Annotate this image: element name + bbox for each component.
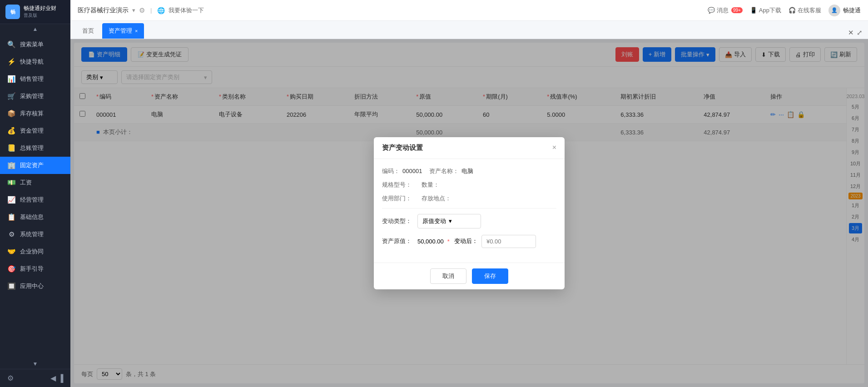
sidebar-item-purchase[interactable]: 🛒 采购管理 xyxy=(0,88,70,105)
online-service-label: 在线客服 xyxy=(798,6,821,15)
experience-text[interactable]: 我要体验一下 xyxy=(169,6,204,15)
tab-asset-management[interactable]: 资产管理 × xyxy=(102,23,144,39)
sidebar-item-system[interactable]: ⚙ 系统管理 xyxy=(0,226,70,243)
modal-name-label: 资产名称： xyxy=(429,167,459,175)
company-name: 医疗器械行业演示 xyxy=(78,6,129,15)
scroll-down-icon: ▼ xyxy=(33,361,38,367)
sidebar-item-inventory[interactable]: 📦 库存核算 xyxy=(0,105,70,122)
modal-value-row: 资产原值： 50,000.00 * 变动后： xyxy=(382,235,556,248)
modal-change-type-select[interactable]: 原值变动 ▾ xyxy=(417,214,481,228)
sidebar-item-quicknav[interactable]: ⚡ 快捷导航 xyxy=(0,53,70,70)
quicknav-icon: ⚡ xyxy=(7,58,15,66)
sidebar-label-guide: 新手引导 xyxy=(20,265,44,273)
user-info[interactable]: 👤 畅捷通 xyxy=(828,5,861,16)
modal-after-label: 变动后： xyxy=(454,237,478,245)
topbar-icons: 💬 消息 99+ 📱 App下载 🎧 在线客服 👤 畅捷通 xyxy=(708,5,861,16)
online-service-btn[interactable]: 🎧 在线客服 xyxy=(789,6,821,15)
sidebar-item-operations[interactable]: 📈 经营管理 xyxy=(0,191,70,208)
sidebar-item-payroll[interactable]: 💵 工资 xyxy=(0,174,70,191)
sidebar-label-apps: 应用中心 xyxy=(20,282,44,290)
modal-quantity-label: 数量： xyxy=(422,181,439,189)
modal-info-row-2: 规格型号： 数量： xyxy=(382,181,556,189)
modal-info-row-1: 编码： 000001 资产名称： 电脑 xyxy=(382,167,556,175)
cancel-button[interactable]: 取消 xyxy=(430,268,466,284)
modal-change-type-label: 变动类型： xyxy=(382,217,414,225)
sidebar-label-enterprise: 企业协同 xyxy=(20,248,44,256)
scroll-up-icon: ▲ xyxy=(33,26,38,32)
system-icon: ⚙ xyxy=(7,230,15,238)
capital-icon: 💰 xyxy=(7,127,15,135)
modal-after-group: * 变动后： xyxy=(447,235,556,248)
sidebar-label-quicknav: 快捷导航 xyxy=(20,58,44,66)
modal-body: 编码： 000001 资产名称： 电脑 规格型号： xyxy=(374,159,565,263)
save-button[interactable]: 保存 xyxy=(472,268,508,284)
inventory-icon: 📦 xyxy=(7,109,15,118)
payroll-icon: 💵 xyxy=(7,179,15,187)
sidebar-label-sales: 销售管理 xyxy=(20,75,44,83)
download-icon: 📱 xyxy=(750,7,757,14)
required-star: * xyxy=(447,238,450,245)
sidebar: 畅 畅捷通好业财 普及版 ▲ 🔍 搜索菜单 ⚡ 快捷导航 📊 销售管理 🛒 采购… xyxy=(0,0,70,387)
scroll-down-btn[interactable]: ▼ xyxy=(0,359,70,369)
sidebar-label-operations: 经营管理 xyxy=(20,196,44,204)
sidebar-item-basic[interactable]: 📋 基础信息 xyxy=(0,208,70,226)
modal-close-btn[interactable]: × xyxy=(552,144,556,152)
sidebar-item-ledger[interactable]: 📒 总账管理 xyxy=(0,139,70,157)
modal-quantity-item: 数量： xyxy=(422,181,442,189)
company-dropdown-icon[interactable]: ▾ xyxy=(132,7,135,14)
app-download-label: App下载 xyxy=(759,6,781,15)
fixed-icon: 🏢 xyxy=(7,161,15,169)
tab-window-expand-icon[interactable]: ⤢ xyxy=(857,29,863,37)
modal-overlay[interactable]: 资产变动设置 × 编码： 000001 资产名称： 电脑 xyxy=(70,39,868,387)
modal-original-value: 50,000.00 xyxy=(417,238,444,245)
tab-close-icon[interactable]: × xyxy=(135,28,138,34)
logo-icon: 畅 xyxy=(5,5,20,19)
home-tab-label: 首页 xyxy=(82,27,94,35)
basic-icon: 📋 xyxy=(7,213,15,221)
operations-icon: 📈 xyxy=(7,196,15,204)
scroll-up-btn[interactable]: ▲ xyxy=(0,24,70,34)
sidebar-label-capital: 资金管理 xyxy=(20,127,44,135)
change-type-dropdown-icon: ▾ xyxy=(449,218,452,224)
tab-window-close-icon[interactable]: ✕ xyxy=(848,29,854,37)
tabs-bar: 首页 资产管理 × ✕ ⤢ xyxy=(70,21,868,39)
sidebar-label-fixed: 固定资产 xyxy=(20,161,44,169)
logo-text-block: 畅捷通好业财 普及版 xyxy=(24,5,56,19)
sidebar-item-guide[interactable]: 🎯 新手引导 xyxy=(0,260,70,278)
logo-area: 畅 畅捷通好业财 普及版 xyxy=(0,0,70,24)
asset-tab-label: 资产管理 xyxy=(109,27,132,35)
modal-divider xyxy=(382,208,556,208)
logo-title: 畅捷通好业财 xyxy=(24,5,56,12)
sidebar-label-basic: 基础信息 xyxy=(20,213,44,221)
modal-location-label: 存放地点： xyxy=(422,194,451,203)
content-area: 📄 资产明细 📝 变更生成凭证 刘账 + 新增 xyxy=(70,39,868,387)
company-settings-icon[interactable]: ⚙ xyxy=(139,6,145,15)
change-type-value: 原值变动 xyxy=(422,217,446,225)
sidebar-label-payroll: 工资 xyxy=(20,179,32,187)
modal-code-label: 编码： xyxy=(382,167,400,175)
sidebar-label-inventory: 库存核算 xyxy=(20,109,44,118)
purchase-icon: 🛒 xyxy=(7,92,15,100)
sidebar-item-capital[interactable]: 💰 资金管理 xyxy=(0,122,70,139)
settings-bottom-icon[interactable]: ⚙ xyxy=(7,374,14,382)
guide-icon: 🎯 xyxy=(7,265,15,273)
modal-dept-label: 使用部门： xyxy=(382,194,412,203)
logo-subtitle: 普及版 xyxy=(24,12,56,19)
modal-dept-item: 使用部门： xyxy=(382,194,414,203)
sidebar-item-enterprise[interactable]: 🤝 企业协同 xyxy=(0,243,70,260)
sidebar-item-sales[interactable]: 📊 销售管理 xyxy=(0,70,70,88)
messages-btn[interactable]: 💬 消息 99+ xyxy=(708,6,743,15)
modal-after-input[interactable] xyxy=(481,235,536,248)
modal-header: 资产变动设置 × xyxy=(374,137,565,159)
ledger-icon: 📒 xyxy=(7,144,15,152)
modal-asset-change: 资产变动设置 × 编码： 000001 资产名称： 电脑 xyxy=(374,137,565,289)
sidebar-item-apps[interactable]: 🔲 应用中心 xyxy=(0,278,70,295)
collapse-icon[interactable]: ◀ ▐ xyxy=(50,374,63,382)
modal-info-row-3: 使用部门： 存放地点： xyxy=(382,194,556,203)
tab-home[interactable]: 首页 xyxy=(76,23,100,39)
main-area: 医疗器械行业演示 ▾ ⚙ | 🌐 我要体验一下 💬 消息 99+ 📱 App下载… xyxy=(70,0,868,387)
user-avatar: 👤 xyxy=(828,5,840,16)
sidebar-item-search[interactable]: 🔍 搜索菜单 xyxy=(0,36,70,53)
app-download-btn[interactable]: 📱 App下载 xyxy=(750,6,781,15)
sidebar-item-fixed[interactable]: 🏢 固定资产 xyxy=(0,157,70,174)
